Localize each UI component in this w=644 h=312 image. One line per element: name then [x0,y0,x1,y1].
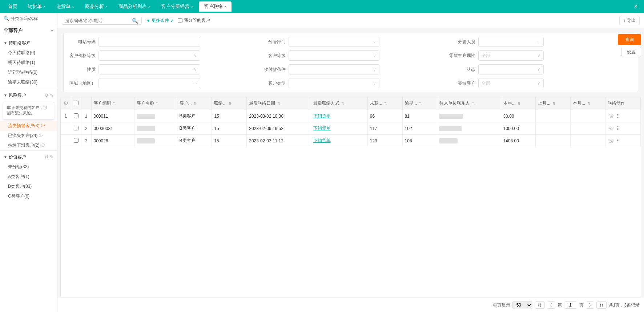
contact-icon[interactable]: ☏ [608,138,614,144]
contact-icon[interactable]: ☏ [608,113,614,119]
td-overdue: 108 [402,135,437,147]
my-customers-checkbox-label[interactable]: 我分管的客户 [178,17,210,24]
sidebar-item-class-a[interactable]: A类客户(1) [0,172,57,182]
status-select[interactable]: ∨ [478,64,544,74]
select-all-checkbox[interactable] [74,101,79,105]
last-way-link[interactable]: 下销货单 [313,138,331,143]
sidebar-item-overdue[interactable]: 逾期未联络(30) [0,77,57,87]
edit-icon[interactable]: ✎ [50,93,53,98]
column-settings-icon[interactable]: ⚙ [63,100,68,106]
price-level-select[interactable]: ∨ [98,50,200,61]
sort-icon[interactable]: ⇅ [277,101,280,105]
sidebar-item-churn-warning[interactable]: 流失预警客户(3) ⓘ [0,121,57,131]
nav-tab-analysis[interactable]: 商品分析 × [80,1,113,12]
sidebar-section-value: ▼ 价值客户 ↺ ✎ 未分组(32) A类客户(1) B类客户(33) C类客户… [0,150,57,201]
nav-tab-purchase[interactable]: 进货单 × [51,1,79,12]
td-name: ███ [134,135,177,147]
sidebar-group-risk-title[interactable]: ▼ 风险客户 ↺ ✎ [0,90,57,100]
more-actions-icon[interactable]: ⠿ [616,113,620,119]
sidebar-item-class-c[interactable]: C类客户(6) [0,191,57,201]
sort-icon[interactable]: ⇅ [341,101,344,105]
filter-more-button[interactable]: ▼ 更多条件 ∨ [145,17,175,24]
close-icon[interactable]: × [148,5,150,9]
sidebar-search-input[interactable] [11,16,57,21]
td-this-month [571,135,605,147]
sidebar-item-drop-follow[interactable]: 持续下滑客户(2) ⓘ [0,141,57,150]
zero-customer-select[interactable]: 全部∨ [478,78,544,88]
collapse-icon[interactable]: « [51,28,53,33]
close-icon[interactable]: × [191,5,193,9]
last-page-button[interactable]: ⟩⟩ [596,301,607,309]
page-size-select[interactable]: 50 20 100 [512,301,532,309]
next-page-button[interactable]: ⟩ [586,301,594,309]
close-icon[interactable]: × [72,5,74,9]
sort-icon[interactable]: ⇅ [229,101,232,105]
search-input[interactable] [65,18,130,23]
contact-icon[interactable]: ☏ [608,126,614,131]
row-checkbox[interactable] [74,138,79,143]
sidebar-item-tomorrow[interactable]: 明天待联络(1) [0,58,57,68]
more-icon[interactable]: ··· [193,81,197,86]
manager-select[interactable]: ··· [478,37,544,47]
search-button[interactable]: 🔍 [132,18,138,24]
close-icon[interactable]: × [43,5,45,9]
customer-type-select[interactable]: ∨ [289,78,379,88]
sidebar-group-value-title[interactable]: ▼ 价值客户 ↺ ✎ [0,152,57,162]
nav-tab-home[interactable]: 首页 [4,3,22,10]
nature-select[interactable]: ∨ [98,64,200,74]
close-icon[interactable]: × [105,5,108,9]
arrow-icon: ▼ [4,41,7,45]
phone-input[interactable] [98,37,200,47]
pay-terms-select[interactable]: ∨ [289,64,379,74]
sort-icon[interactable]: ⇅ [419,101,422,105]
row-checkbox[interactable] [74,113,79,118]
sort-icon[interactable]: ⇅ [194,101,197,105]
dept-select[interactable]: ∨ [289,37,379,47]
sort-icon[interactable]: ⇅ [156,101,159,105]
prev-page-button[interactable]: ⟨ [547,301,555,309]
sidebar-all-customers[interactable]: 全部客户 « [0,24,57,37]
nav-tab-customer-tier[interactable]: 客户分层经营 × [156,1,198,12]
zero-attr-select[interactable]: 全部∨ [478,50,544,61]
row-checkbox[interactable] [74,126,79,130]
th-this-year: 本年... ⇅ [501,97,536,110]
close-icon[interactable]: × [224,5,226,9]
total-label: 共1页，3条记录 [609,302,640,308]
my-customers-checkbox[interactable] [178,18,182,23]
edit-icon2[interactable]: ✎ [50,154,53,159]
refresh-icon2[interactable]: ↺ [45,154,48,159]
chevron-down-icon: ∨ [373,53,376,58]
filter-area: 电话号码 分管部门 ∨ 分管人员 ··· [63,33,638,92]
sort-icon[interactable]: ⇅ [518,101,520,105]
sidebar-item-class-b[interactable]: B类客户(33) [0,182,57,191]
sort-icon[interactable]: ⇅ [113,101,116,105]
sort-icon[interactable]: ⇅ [472,101,475,105]
more-actions-icon[interactable]: ⠿ [616,138,620,144]
more-icon[interactable]: ··· [537,39,540,44]
settings-button[interactable]: 设置 [621,47,641,57]
last-way-link[interactable]: 下销货单 [313,113,331,118]
refresh-icon[interactable]: ↺ [45,93,48,98]
td-this-year: 1408.00 [501,135,536,147]
region-select[interactable]: ··· [98,78,200,88]
nav-tab-customer-contact[interactable]: 客户联络 × [199,1,232,12]
export-button[interactable]: ↑ 导出 [619,16,640,25]
td-last-way: 下销货单 [311,135,367,147]
customer-level-select[interactable]: ∨ [289,50,379,61]
query-button[interactable]: 查询 [618,34,641,45]
nav-tab-sales[interactable]: 销货单 × [23,1,51,12]
first-page-button[interactable]: ⟨⟨ [535,301,545,309]
sidebar-item-unclassified[interactable]: 未分组(32) [0,162,57,172]
sort-icon[interactable]: ⇅ [587,101,590,105]
sort-icon[interactable]: ⇅ [552,101,555,105]
sidebar-item-today[interactable]: 今天待联络(0) [0,48,57,58]
sidebar-item-week[interactable]: 近7天待联络(0) [0,68,57,77]
sidebar-group-pending-title[interactable]: ▼ 待联络客户 [0,38,57,48]
sort-icon[interactable]: ⇅ [384,101,387,105]
nav-tab-analysis-list[interactable]: 商品分析列表 × [113,1,156,12]
last-way-link[interactable]: 下销货单 [313,126,331,131]
close-all-button[interactable]: × [631,3,640,10]
more-actions-icon[interactable]: ⠿ [616,126,620,131]
sidebar-item-churned[interactable]: 已流失客户(24) ⓘ [0,131,57,141]
page-input[interactable] [564,301,577,309]
